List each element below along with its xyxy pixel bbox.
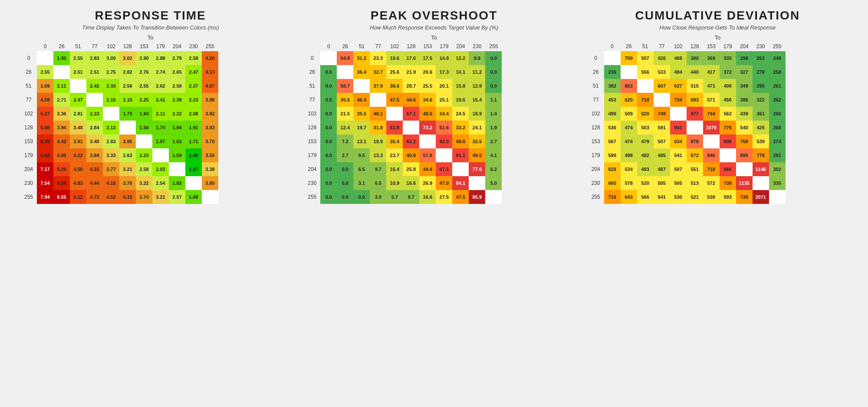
matrix-row: 2040.00.06.59.716.425.844.667.577.66.2 bbox=[304, 162, 502, 176]
matrix-cell bbox=[687, 121, 703, 135]
matrix-cell: 2.71 bbox=[53, 93, 70, 107]
matrix-cell: 47.0 bbox=[436, 176, 452, 190]
matrix-cell: 25.5 bbox=[419, 79, 436, 93]
matrix-row-header: 26 bbox=[20, 65, 37, 79]
matrix-col-header: 77 bbox=[654, 42, 670, 51]
matrix-cell: 4.89 bbox=[53, 148, 70, 162]
matrix-cell: 37.9 bbox=[370, 79, 386, 93]
matrix-cell bbox=[419, 135, 436, 148]
matrix-cell: 0.0 bbox=[485, 51, 502, 65]
matrix-cell: 0.0 bbox=[320, 148, 337, 162]
matrix-cell: 1.27 bbox=[185, 162, 202, 176]
matrix-row: 770.035.646.447.544.634.625.119.615.41.1 bbox=[304, 93, 502, 107]
matrix-cell bbox=[769, 190, 786, 204]
matrix-row: 2307.546.344.834.444.153.703.222.541.833… bbox=[20, 176, 218, 190]
matrix-cell: 2.33 bbox=[103, 79, 119, 93]
matrix-cell: 18.9 bbox=[469, 107, 485, 121]
matrix-cell: 2.7 bbox=[485, 135, 502, 148]
matrix-cell: 479 bbox=[637, 135, 654, 148]
matrix-cell: 6.5 bbox=[353, 162, 370, 176]
matrix-cell: 578 bbox=[621, 176, 637, 190]
matrix-cell: 1.1 bbox=[485, 93, 502, 107]
matrix-row: 1530.07.213.119.935.462.262.049.632.62.7 bbox=[304, 135, 502, 148]
matrix-row-header: 204 bbox=[588, 162, 604, 176]
matrix-cell bbox=[403, 121, 419, 135]
matrix-cell: 2.37 bbox=[185, 79, 202, 93]
matrix-cell: 2.84 bbox=[86, 121, 103, 135]
po-matrix-container-table: 0265177102128153179204230255054.931.223.… bbox=[304, 42, 502, 204]
matrix-col-header: 102 bbox=[670, 42, 687, 51]
matrix-cell: 628 bbox=[604, 162, 621, 176]
matrix-col-header: 153 bbox=[136, 42, 152, 51]
matrix-col-header: 128 bbox=[119, 42, 136, 51]
matrix-col-header: 255 bbox=[769, 42, 786, 51]
matrix-cell: 14.8 bbox=[436, 51, 452, 65]
matrix-cell: 453 bbox=[604, 93, 621, 107]
matrix-cell: 440 bbox=[687, 65, 703, 79]
matrix-cell bbox=[452, 162, 469, 176]
matrix-cell: 1.4 bbox=[485, 107, 502, 121]
matrix-cell: 0.0 bbox=[337, 190, 353, 204]
matrix-cell bbox=[353, 79, 370, 93]
matrix-cell: 7.17 bbox=[37, 162, 53, 176]
matrix-row: 1280.012.419.731.863.873.251.633.224.11.… bbox=[304, 121, 502, 135]
matrix-cell: 520 bbox=[637, 176, 654, 190]
matrix-cell: 1.83 bbox=[169, 176, 185, 190]
matrix-cell: 274 bbox=[769, 135, 786, 148]
matrix-cell: 482 bbox=[637, 148, 654, 162]
matrix-cell bbox=[436, 148, 452, 162]
cumulative-deviation-panel: CUMULATIVE DEVIATION How Close Response … bbox=[580, 9, 855, 407]
matrix-cell: 1.94 bbox=[136, 107, 152, 121]
matrix-cell: 14.1 bbox=[452, 65, 469, 79]
matrix-cell: 591 bbox=[654, 121, 670, 135]
matrix-cell: 1.73 bbox=[119, 107, 136, 121]
matrix-cell: 474 bbox=[621, 121, 637, 135]
matrix-cell: 536 bbox=[604, 121, 621, 135]
matrix-cell: 1.9 bbox=[485, 121, 502, 135]
matrix-col-header: 255 bbox=[485, 42, 502, 51]
matrix-cell: 4.50 bbox=[70, 162, 86, 176]
matrix-cell: 6.82 bbox=[37, 148, 53, 162]
matrix-cell bbox=[136, 135, 152, 148]
matrix-row: 179599498482485541672846895778281 bbox=[588, 148, 786, 162]
matrix-cell: 33.2 bbox=[452, 121, 469, 135]
matrix-cell: 382 bbox=[604, 79, 621, 93]
matrix-cell: 0.0 bbox=[320, 65, 337, 79]
matrix-row: 2557166435665415305215385937392071 bbox=[588, 190, 786, 204]
matrix-cell: 19.6 bbox=[386, 51, 403, 65]
matrix-cell: 2.41 bbox=[152, 93, 169, 107]
matrix-cell: 718 bbox=[637, 93, 654, 107]
cd-matrix-wrapper: From 02651771021281531792042302550700507… bbox=[580, 42, 855, 407]
matrix-row-header: 0 bbox=[588, 51, 604, 65]
matrix-cell bbox=[320, 51, 337, 65]
matrix-cell: 895 bbox=[736, 148, 753, 162]
matrix-cell: 258 bbox=[769, 65, 786, 79]
matrix-cell: 503 bbox=[637, 121, 654, 135]
matrix-cell: 32.7 bbox=[370, 65, 386, 79]
matrix-col-header: 153 bbox=[703, 42, 720, 51]
matrix-row-header: 179 bbox=[20, 148, 37, 162]
matrix-cell: 266 bbox=[769, 107, 786, 121]
matrix-cell: 3.21 bbox=[152, 190, 169, 204]
matrix-col-header: 153 bbox=[419, 42, 436, 51]
matrix-cell: 28.7 bbox=[403, 79, 419, 93]
matrix-cell: 17.3 bbox=[436, 65, 452, 79]
matrix-row: 2047.175.294.504.153.773.212.582.031.273… bbox=[20, 162, 218, 176]
matrix-cell: 10.9 bbox=[386, 176, 403, 190]
matrix-cell bbox=[370, 93, 386, 107]
matrix-cell: 2.55 bbox=[70, 51, 86, 65]
matrix-corner bbox=[588, 42, 604, 51]
matrix-col-header: 0 bbox=[320, 42, 337, 51]
matrix-cell: 0.0 bbox=[320, 190, 337, 204]
matrix-cell: 67.1 bbox=[403, 107, 419, 121]
matrix-cell: 507 bbox=[670, 162, 687, 176]
matrix-cell: 16.6 bbox=[403, 176, 419, 190]
matrix-cell: 369 bbox=[703, 51, 720, 65]
matrix-cell: 739 bbox=[736, 190, 753, 204]
matrix-col-header: 128 bbox=[403, 42, 419, 51]
matrix-cell: 2.39 bbox=[169, 93, 185, 107]
matrix-cell: 3.69 bbox=[37, 79, 53, 93]
matrix-col-header: 128 bbox=[687, 42, 703, 51]
matrix-cell: 6.2 bbox=[485, 162, 502, 176]
matrix-cell: 700 bbox=[621, 51, 637, 65]
